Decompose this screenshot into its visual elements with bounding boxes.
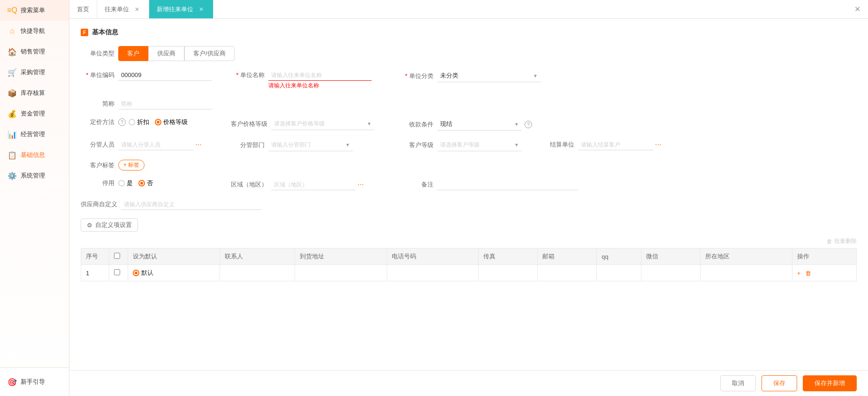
sidebar-item-label: 快捷导航 [21,27,45,35]
settlement-more-icon[interactable]: ··· [653,140,663,149]
unit-type-row: 单位类型 客户 供应商 客户/供应商 [81,46,857,61]
table-row: 1 默认 [81,265,857,281]
sidebar-item-finance[interactable]: 💰 资金管理 [0,103,69,124]
region-group: 区域（地区） ··· [231,179,400,190]
alias-input[interactable] [118,98,212,109]
region-more-icon[interactable]: ··· [356,180,365,189]
sidebar-item-basic[interactable]: 📋 基础信息 [0,145,69,165]
sidebar-item-label: 资金管理 [21,109,45,118]
settings-gear-icon: ⚙ [87,222,92,229]
department-select[interactable]: 请输入分管部门 ▼ [268,139,353,151]
sidebar-item-quicknav[interactable]: ⌂ 快捷导航 [0,21,69,41]
supplier-custom-input[interactable] [121,199,262,210]
tab-contacts-close[interactable]: ✕ [133,5,141,14]
pricing-radio-group: 折扣 价格等级 [129,118,188,126]
pricing-method-label: 定价方法 [81,118,118,126]
sidebar-item-label: 搜索菜单 [21,6,45,15]
unit-name-group: 单位名称 请输入往来单位名称 [231,70,400,90]
tab-contacts[interactable]: 往来单位 ✕ [97,0,149,18]
sidebar-item-inventory[interactable]: 📦 库存核算 [0,83,69,103]
tab-new-contact-label: 新增往来单位 [157,5,193,14]
manager-input[interactable] [118,139,193,150]
save-and-new-button[interactable]: 保存并新增 [803,375,857,391]
cancel-button[interactable]: 取消 [720,375,756,391]
disabled-group: 停用 是 否 [81,179,231,187]
sales-icon: 🏠 [8,47,17,56]
customer-level-label: 客户等级 [400,141,437,149]
alias-row: 简称 [81,98,857,109]
row-select-checkbox[interactable] [114,269,120,275]
sidebar-item-purchase[interactable]: 🛒 采购管理 [0,62,69,83]
tab-bar: 首页 往来单位 ✕ 新增往来单位 ✕ ✕ [69,0,868,19]
payment-terms-select[interactable]: 现结 ▼ [437,118,522,131]
sidebar-item-sales[interactable]: 🏠 销售管理 [0,41,69,62]
row-default-radio-item[interactable]: 默认 [133,269,215,277]
customer-level-select[interactable]: 请选择客户等级 ▼ [437,139,522,151]
sidebar-item-label: 销售管理 [21,47,45,56]
remarks-label: 备注 [400,180,437,189]
sidebar-item-label: 基础信息 [21,151,45,159]
btn-both[interactable]: 客户/供应商 [184,46,235,61]
sidebar-item-label: 经营管理 [21,130,45,139]
sidebar-item-operations[interactable]: 📊 经营管理 [0,124,69,145]
batch-delete-label: 批量删除 [834,237,857,245]
remarks-input[interactable] [437,179,578,190]
unit-code-row: 单位编码 单位名称 请输入往来单位名称 单位分类 未分类 ▼ [81,70,857,90]
unit-code-label: 单位编码 [81,71,118,79]
disabled-radio-group: 是 否 [118,179,153,187]
payment-terms-group: 收款条件 现结 ▼ ? [400,118,857,131]
disabled-yes-label: 是 [127,179,133,187]
custom-settings-button[interactable]: ⚙ 自定义项设置 [81,218,138,232]
settlement-unit-group: 结算单位 ··· [541,139,857,150]
save-button[interactable]: 保存 [761,375,797,391]
row-delete-icon[interactable]: 🗑 [805,270,811,277]
region-input[interactable] [271,179,356,190]
disabled-no-option[interactable]: 否 [138,179,153,187]
customer-level-chevron-icon: ▼ [514,142,519,148]
manager-more-icon[interactable]: ··· [193,140,203,149]
settlement-unit-input[interactable] [578,139,653,150]
row-actions: + 🗑 [792,265,856,281]
select-all-checkbox[interactable] [114,253,120,259]
sidebar-item-search[interactable]: ≡Q 搜索菜单 [0,0,69,21]
tab-home[interactable]: 首页 [69,0,97,18]
col-phone: 电话号码 [387,248,479,265]
batch-delete-icon: 🗑 [827,238,832,245]
sidebar-item-newbie[interactable]: 🎯 新手引导 [0,372,69,392]
unit-category-label: 单位分类 [400,72,437,80]
customer-price-level-value: 请选择客户价格等级 [274,120,365,128]
manager-row: 分管人员 ··· 分管部门 请输入分管部门 ▼ 客户等级 请选择客户等级 ▼ 结… [81,139,857,151]
sidebar-item-system[interactable]: ⚙️ 系统管理 [0,165,69,186]
pricing-help-icon[interactable]: ? [118,118,126,126]
payment-help-icon[interactable]: ? [525,121,532,128]
manager-label: 分管人员 [81,140,118,149]
disabled-yes-option[interactable]: 是 [118,179,133,187]
pricing-discount-option[interactable]: 折扣 [129,118,149,126]
pricing-row: 定价方法 ? 折扣 价格等级 客户价格等级 请选择客户价格等级 [81,118,857,131]
form-content: F 基本信息 单位类型 客户 供应商 客户/供应商 单位编码 单位名称 [69,19,868,370]
unit-category-group: 单位分类 未分类 ▼ [400,70,857,82]
unit-category-value: 未分类 [440,71,531,80]
window-close-button[interactable]: ✕ [847,0,868,18]
customer-price-level-select[interactable]: 请选择客户价格等级 ▼ [271,118,374,130]
row-wechat [641,265,700,281]
finance-icon: 💰 [8,109,17,118]
tab-new-contact[interactable]: 新增往来单位 ✕ [149,0,213,18]
unit-code-input[interactable] [118,70,212,81]
unit-name-input[interactable] [268,70,372,81]
tab-new-contact-close[interactable]: ✕ [197,5,206,14]
tags-group: 客户标签 + 标签 [81,160,857,171]
department-value: 请输入分管部门 [271,141,343,149]
row-add-icon[interactable]: + [797,270,801,277]
unit-category-select[interactable]: 未分类 ▼ [437,70,541,82]
btn-customer[interactable]: 客户 [118,46,148,61]
newbie-icon: 🎯 [8,377,17,387]
btn-supplier[interactable]: 供应商 [148,46,184,61]
col-seq: 序号 [81,248,109,265]
price-level-chevron-icon: ▼ [367,121,372,126]
payment-chevron-icon: ▼ [514,122,519,127]
add-tag-button[interactable]: + 标签 [118,160,145,171]
pricing-level-option[interactable]: 价格等级 [155,118,188,126]
col-qq: qq [597,248,641,265]
col-address: 到货地址 [295,248,387,265]
